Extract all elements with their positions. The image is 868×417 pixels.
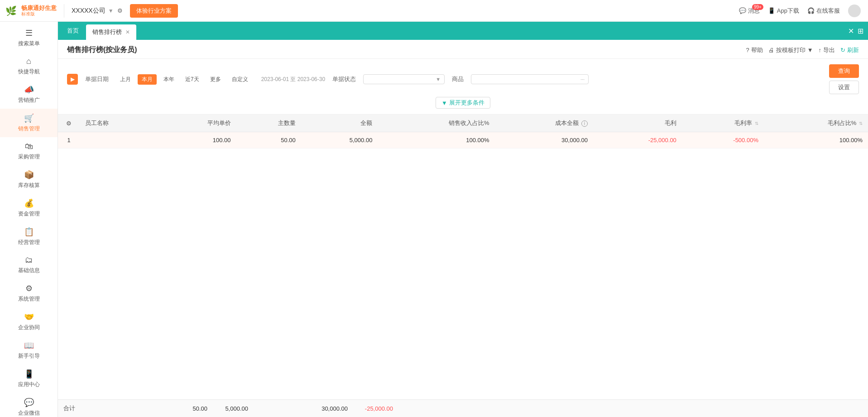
cost-info-icon[interactable]: i (581, 120, 588, 127)
status-select[interactable]: ▼ (363, 74, 445, 84)
expand-label: 展开更多条件 (449, 99, 484, 107)
footer-cost: 30,000.00 (308, 405, 353, 412)
goods-more-icon[interactable]: ··· (580, 77, 585, 82)
date-label: 单据日期 (85, 75, 109, 83)
export-btn[interactable]: ↑ 导出 (819, 46, 835, 54)
page-actions: ? 帮助 🖨 按模板打印 ▼ ↑ 导出 ↻ 刷新 (746, 46, 859, 54)
help-label: 帮助 (751, 46, 763, 54)
wechat-icon: 💬 (24, 398, 34, 407)
sidebar-item-inventory[interactable]: 📦 库存核算 (0, 165, 58, 194)
print-chevron-icon: ▼ (807, 47, 813, 53)
download-icon: 📱 (768, 7, 775, 14)
message-icon: 💬 (739, 7, 746, 14)
sidebar-item-finance[interactable]: 💰 资金管理 (0, 194, 58, 222)
filter-right-btns: 查询 设置 (829, 64, 859, 94)
refresh-label: 刷新 (847, 46, 859, 54)
print-template-btn[interactable]: 🖨 按模板打印 ▼ (768, 46, 813, 54)
tab-close-all-icon[interactable]: ✕ (848, 27, 854, 35)
sidebar-item-basic-info[interactable]: 🗂 基础信息 (0, 251, 58, 279)
goods-select[interactable]: ··· (471, 74, 589, 84)
sidebar-item-quick-nav[interactable]: ⌂ 快捷导航 (0, 52, 58, 80)
expand-chevron-icon: ▼ (441, 100, 447, 106)
sidebar-label-operations: 经营管理 (18, 239, 40, 246)
cell-gross: -25,000.00 (593, 132, 682, 149)
date-options: 上月 本月 本年 近7天 更多 自定义 (116, 74, 252, 85)
sidebar-item-wechat[interactable]: 💬 企业微信 (0, 393, 58, 417)
date-btn-custom[interactable]: 自定义 (228, 74, 252, 85)
app-download-btn[interactable]: 📱 App下载 (768, 7, 799, 15)
th-gross: 毛利 (593, 115, 682, 132)
tab-close-icon[interactable]: ✕ (125, 29, 130, 35)
filter-collapse-btn[interactable]: ▶ (67, 74, 78, 85)
message-btn[interactable]: 💬 消息 99+ (739, 7, 760, 15)
settings-icon[interactable]: ⚙ (114, 5, 126, 17)
table-area: ⚙ 员工名称 平均单价 主数量 全额 销售收入占比% 成本全额 i 毛利 (58, 115, 868, 399)
refresh-btn[interactable]: ↻ 刷新 (840, 46, 859, 54)
sidebar-item-marketing[interactable]: 📣 营销推广 (0, 80, 58, 109)
tab-home[interactable]: 首页 (60, 22, 86, 40)
company-chevron-icon[interactable]: ▼ (108, 8, 114, 14)
company-name: XXXXX公司 (72, 7, 106, 15)
date-btn-this-year[interactable]: 本年 (159, 74, 178, 85)
tab-restore-icon[interactable]: ⊞ (858, 27, 863, 35)
tab-bar-right: ✕ ⊞ (848, 27, 868, 35)
help-btn[interactable]: ? 帮助 (746, 46, 762, 54)
sidebar-label-inventory: 库存核算 (18, 182, 40, 189)
sidebar-label-basic-info: 基础信息 (18, 267, 40, 274)
sidebar-item-purchase[interactable]: 🛍 采购管理 (0, 137, 58, 165)
gross-rate-sort-icon[interactable]: ⇅ (755, 121, 758, 126)
sidebar-label-app-center: 应用中心 (18, 381, 40, 388)
divider (64, 4, 64, 18)
expand-btn[interactable]: ▼ 展开更多条件 (436, 97, 490, 109)
guide-icon: 📖 (24, 340, 34, 350)
operations-icon: 📋 (24, 227, 34, 237)
cell-gross-rate: -500.00% (682, 132, 764, 149)
date-btn-last-7[interactable]: 近7天 (181, 74, 203, 85)
sidebar-item-sales[interactable]: 🛒 销售管理 (0, 109, 58, 137)
sidebar-label-system: 系统管理 (18, 295, 40, 303)
tab-sales-ranking[interactable]: 销售排行榜 ✕ (86, 24, 136, 40)
query-button[interactable]: 查询 (829, 64, 859, 78)
cell-name (80, 132, 158, 149)
online-service-label: 在线客服 (816, 7, 840, 15)
data-table: ⚙ 员工名称 平均单价 主数量 全额 销售收入占比% 成本全额 i 毛利 (58, 115, 868, 149)
footer-amount: 5,000.00 (213, 405, 254, 412)
cell-sales-pct: 100.00% (378, 132, 494, 149)
cell-cost-amount: 30,000.00 (495, 132, 593, 149)
footer-gross: -25,000.00 (353, 405, 398, 412)
sidebar-item-operations[interactable]: 📋 经营管理 (0, 222, 58, 251)
content-area: 首页 销售排行榜 ✕ ✕ ⊞ 销售排行榜(按业务员) ? 帮助 (58, 22, 868, 417)
online-service-btn[interactable]: 🎧 在线客服 (807, 7, 840, 15)
basic-info-icon: 🗂 (25, 255, 33, 265)
user-avatar[interactable] (848, 5, 863, 17)
footer-cells: 50.00 5,000.00 30,000.00 -25,000.00 (86, 405, 863, 412)
top-bar: 🌿 畅康通好生意 标准版 XXXXX公司 ▼ ⚙ 体验行业方案 💬 消息 99+… (0, 0, 868, 22)
sidebar: ☰ 搜索菜单 ⌂ 快捷导航 📣 营销推广 🛒 销售管理 🛍 采购管理 📦 库存核… (0, 22, 58, 417)
footer-main-qty: 50.00 (177, 405, 213, 412)
sidebar-item-system[interactable]: ⚙ 系统管理 (0, 279, 58, 307)
th-amount: 全额 (301, 115, 378, 132)
sidebar-item-search[interactable]: ☰ 搜索菜单 (0, 24, 58, 52)
table-footer: 合计 50.00 5,000.00 30,000.00 -25,000.00 (58, 399, 868, 417)
sidebar-label-wechat: 企业微信 (18, 409, 40, 417)
trial-button[interactable]: 体验行业方案 (130, 4, 178, 18)
export-icon: ↑ (819, 47, 822, 53)
cell-main-qty: 50.00 (236, 132, 301, 149)
settings-button[interactable]: 设置 (829, 81, 859, 94)
th-rank: ⚙ (58, 115, 80, 132)
gear-icon[interactable]: ⚙ (66, 120, 72, 127)
th-main-qty: 主数量 (236, 115, 301, 132)
date-btn-more[interactable]: 更多 (206, 74, 225, 85)
sidebar-item-enterprise[interactable]: 🤝 企业协同 (0, 307, 58, 336)
sidebar-item-app-center[interactable]: 📱 应用中心 (0, 364, 58, 393)
company-selector[interactable]: 🌿 畅康通好生意 标准版 XXXXX公司 ▼ (5, 4, 114, 18)
inventory-icon: 📦 (24, 170, 34, 180)
search-menu-icon: ☰ (25, 28, 33, 38)
date-btn-this-month[interactable]: 本月 (138, 74, 157, 85)
filter-row-1: ▶ 单据日期 上月 本月 本年 近7天 更多 自定义 2023-06-01 至 … (67, 64, 859, 94)
status-chevron-icon: ▼ (436, 77, 441, 82)
tab-sales-ranking-label: 销售排行榜 (92, 28, 122, 36)
date-btn-prev-month[interactable]: 上月 (116, 74, 135, 85)
gross-pct-sort-icon[interactable]: ⇅ (859, 121, 863, 126)
sidebar-item-guide[interactable]: 📖 新手引导 (0, 336, 58, 364)
